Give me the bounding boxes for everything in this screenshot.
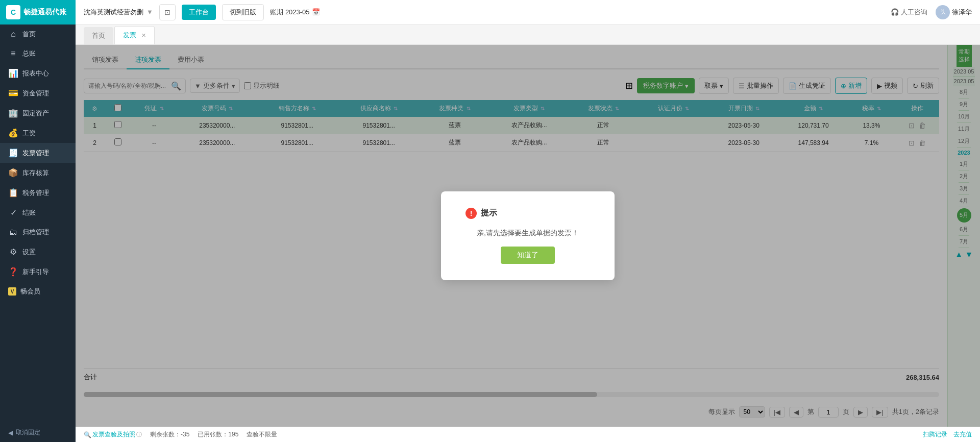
check-invoice-icon: 🔍 [84, 431, 91, 438]
sidebar-item-label: 首页 [22, 30, 36, 39]
company-selector[interactable]: 沈海英测试经营勿删 ▼ [84, 8, 153, 17]
check-invoice-link[interactable]: 🔍 发票查验及拍照 ⓘ [84, 430, 142, 439]
unpin-sidebar-btn[interactable]: ◀ 取消固定 [0, 423, 76, 442]
app-name: 畅捷通易代账 [23, 8, 66, 17]
reports-icon: 📊 [8, 68, 18, 78]
sidebar-item-label: 设置 [22, 248, 36, 257]
period-display: 账期 2023-05 📅 [270, 8, 320, 17]
copy-company-btn[interactable]: ⊡ [159, 4, 176, 20]
sidebar-item-settlement[interactable]: ✓ 结账 [0, 203, 76, 223]
service-icon: 🎧 [891, 8, 899, 16]
tab-invoice[interactable]: 发票 ✕ [114, 26, 155, 44]
info-icon: ⓘ [136, 431, 142, 438]
salary-icon: 💰 [8, 128, 18, 138]
sidebar-item-label: 库存核算 [22, 168, 49, 178]
sidebar-item-label: 总账 [22, 49, 36, 58]
tab-close-icon[interactable]: ✕ [141, 32, 146, 38]
sidebar-item-ledger[interactable]: ≡ 总账 [0, 44, 76, 63]
sidebar-item-label: 工资 [22, 129, 36, 138]
sidebar-item-label: 固定资产 [22, 109, 49, 118]
sidebar-item-label: 资金管理 [22, 89, 49, 98]
sidebar-item-label: 税务管理 [22, 188, 49, 198]
member-icon: V [8, 287, 16, 296]
modal-header: ! 提示 [465, 208, 497, 219]
sidebar-item-label: 归档管理 [22, 228, 49, 237]
unpin-icon: ◀ [8, 429, 13, 436]
modal-dialog: ! 提示 亲,请先选择要生成单据的发票！ 知道了 [441, 191, 615, 280]
tab-invoice-label: 发票 [123, 31, 136, 39]
tab-home[interactable]: 首页 [84, 27, 113, 44]
modal-footer: 知道了 [465, 247, 590, 264]
inventory-icon: 📦 [8, 168, 18, 178]
no-check-limit: 查验不限量 [247, 430, 277, 439]
modal-title: 提示 [481, 208, 497, 218]
status-bar: 🔍 发票查验及拍照 ⓘ 剩余张数：-35 已用张数：195 查验不限量 扫腾记录… [76, 427, 980, 442]
sidebar-item-label: 报表中心 [22, 69, 49, 78]
main-area: 沈海英测试经营勿删 ▼ ⊡ 工作台 切到旧版 账期 2023-05 📅 🎧 人工… [76, 0, 980, 442]
settlement-icon: ✓ [8, 208, 18, 217]
sidebar-item-salary[interactable]: 💰 工资 [0, 123, 76, 143]
switch-version-btn[interactable]: 切到旧版 [222, 4, 264, 20]
avatar: 头 [936, 5, 950, 19]
modal-confirm-btn[interactable]: 知道了 [501, 247, 555, 264]
calendar-icon[interactable]: 📅 [312, 8, 320, 16]
content-area: 销项发票 进项发票 费用小票 🔍 ▼ 更多条件 ▾ 显示明细 [76, 45, 980, 427]
service-label: 人工咨询 [901, 8, 927, 17]
copy-icon: ⊡ [164, 8, 170, 16]
company-chevron-icon: ▼ [146, 8, 153, 16]
sidebar-item-label: 畅会员 [20, 287, 40, 296]
used-count: 已用张数：195 [198, 430, 238, 439]
user-menu[interactable]: 头 徐泽华 [936, 5, 972, 19]
status-bar-right: 扫腾记录 去充值 [923, 430, 972, 439]
sidebar-item-finance[interactable]: 💳 资金管理 [0, 83, 76, 103]
sidebar-item-home[interactable]: ⌂ 首页 [0, 24, 76, 44]
sidebar-item-member[interactable]: V 畅会员 [0, 282, 76, 301]
check-invoice-label: 发票查验及拍照 [92, 430, 135, 439]
warning-icon: ! [465, 208, 477, 219]
sidebar-item-label: 新手引导 [22, 267, 49, 277]
workspace-btn[interactable]: 工作台 [182, 5, 216, 20]
app-logo: C 畅捷通易代账 [0, 0, 76, 24]
unpin-label: 取消固定 [16, 428, 40, 437]
guide-icon: ❓ [8, 267, 18, 277]
scan-records-link[interactable]: 扫腾记录 [923, 430, 947, 439]
sidebar-item-inventory[interactable]: 📦 库存核算 [0, 163, 76, 183]
topbar: 沈海英测试经营勿删 ▼ ⊡ 工作台 切到旧版 账期 2023-05 📅 🎧 人工… [76, 0, 980, 24]
invoice-icon: 🧾 [8, 148, 18, 158]
finance-icon: 💳 [8, 88, 18, 98]
sidebar-item-reports[interactable]: 📊 报表中心 [0, 63, 76, 83]
ledger-icon: ≡ [8, 49, 18, 58]
sidebar-item-label: 发票管理 [22, 149, 49, 158]
topbar-right: 🎧 人工咨询 头 徐泽华 [891, 5, 972, 19]
sidebar-item-archive[interactable]: 🗂 归档管理 [0, 223, 76, 242]
home-icon: ⌂ [8, 30, 18, 39]
tax-icon: 📋 [8, 188, 18, 198]
modal-overlay: ! 提示 亲,请先选择要生成单据的发票！ 知道了 [76, 45, 980, 427]
period-value: 2023-05 [285, 8, 310, 16]
assets-icon: 🏢 [8, 108, 18, 118]
sidebar-item-invoice[interactable]: 🧾 发票管理 [0, 143, 76, 163]
remaining-count: 剩余张数：-35 [150, 430, 189, 439]
modal-body: 亲,请先选择要生成单据的发票！ [465, 227, 590, 238]
recharge-link[interactable]: 去充值 [953, 430, 972, 439]
sidebar-item-guide[interactable]: ❓ 新手引导 [0, 262, 76, 282]
sidebar: C 畅捷通易代账 ⌂ 首页 ≡ 总账 📊 报表中心 💳 资金管理 🏢 固定资产 … [0, 0, 76, 442]
sidebar-item-label: 结账 [22, 208, 36, 217]
sidebar-item-assets[interactable]: 🏢 固定资产 [0, 103, 76, 123]
settings-icon: ⚙ [8, 247, 18, 257]
user-name: 徐泽华 [952, 8, 972, 17]
service-btn[interactable]: 🎧 人工咨询 [891, 8, 927, 17]
company-name: 沈海英测试经营勿删 [84, 8, 143, 17]
archive-icon: 🗂 [8, 228, 18, 237]
tabbar: 首页 发票 ✕ [76, 24, 980, 45]
sidebar-item-tax[interactable]: 📋 税务管理 [0, 183, 76, 203]
logo-icon: C [6, 5, 20, 19]
sidebar-item-settings[interactable]: ⚙ 设置 [0, 242, 76, 262]
period-label: 账期 [270, 8, 283, 17]
